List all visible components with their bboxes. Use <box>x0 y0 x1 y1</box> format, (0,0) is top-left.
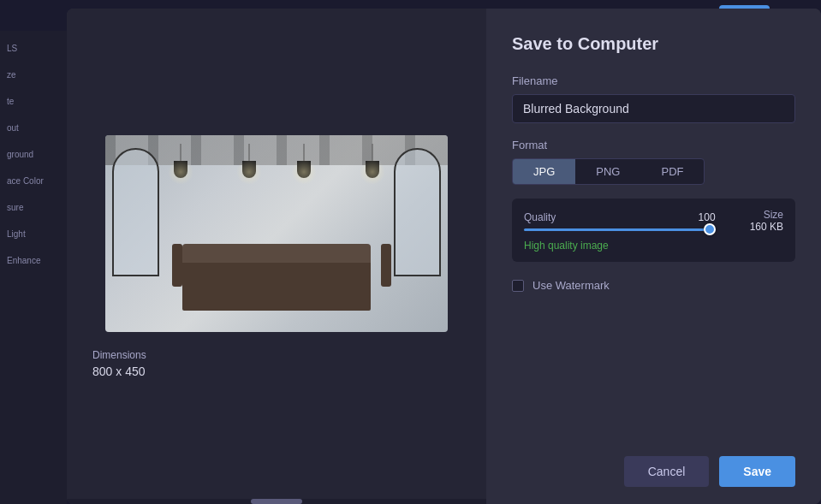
sidebar-item-ze[interactable]: ze <box>0 62 67 88</box>
spacer <box>512 302 795 456</box>
watermark-label: Use Watermark <box>532 279 610 292</box>
format-label: Format <box>512 139 795 151</box>
modal-title: Save to Computer <box>512 34 795 54</box>
lamp-2 <box>242 161 256 178</box>
lamp-1 <box>174 161 187 178</box>
size-label: Size <box>750 209 783 221</box>
quality-text: High quality image <box>524 240 783 252</box>
save-button[interactable]: Save <box>719 456 795 487</box>
sidebar-item-background[interactable]: ground <box>0 141 67 168</box>
preview-scrollbar[interactable] <box>67 499 486 504</box>
filename-label: Filename <box>512 74 795 87</box>
window-right <box>394 148 441 276</box>
sidebar: DLX LS ze te out ground ace Color sure L… <box>0 0 67 504</box>
format-selector: JPG PNG PDF <box>512 158 705 185</box>
window-left <box>112 148 159 276</box>
dimensions-value: 800 x 450 <box>92 365 461 378</box>
sidebar-item-ace-color[interactable]: ace Color <box>0 168 67 194</box>
scrollbar-thumb <box>251 499 302 504</box>
quality-value: 100 <box>699 211 716 223</box>
format-pdf-button[interactable]: PDF <box>640 159 704 184</box>
sidebar-item-light[interactable]: Light <box>0 221 67 247</box>
format-jpg-button[interactable]: JPG <box>513 159 575 184</box>
action-buttons: Cancel Save <box>512 456 795 487</box>
quality-row: Quality 100 Size 160 KB <box>524 209 783 233</box>
size-value: 160 KB <box>750 221 783 233</box>
save-dialog: Dimensions 800 x 450 Save to Computer Fi… <box>67 9 821 504</box>
lamp-3 <box>366 161 379 178</box>
save-panel: Save to Computer Filename Format JPG PNG… <box>486 9 821 504</box>
quality-section: Quality 100 <box>524 211 716 231</box>
sidebar-item-enhance[interactable]: Enhance <box>0 247 67 274</box>
sidebar-item-ls[interactable]: LS <box>0 35 67 62</box>
sidebar-item-out[interactable]: out <box>0 115 67 141</box>
lamp-4 <box>297 161 311 178</box>
watermark-row: Use Watermark <box>512 279 795 292</box>
sofa <box>182 259 371 311</box>
cancel-button[interactable]: Cancel <box>624 456 710 487</box>
watermark-checkbox[interactable] <box>512 280 524 292</box>
sidebar-item-te[interactable]: te <box>0 88 67 115</box>
sidebar-item-sure[interactable]: sure <box>0 194 67 221</box>
quality-slider[interactable] <box>524 228 716 231</box>
format-png-button[interactable]: PNG <box>575 159 640 184</box>
quality-size-section: Quality 100 Size 160 KB High quality ima… <box>512 199 795 262</box>
preview-image <box>105 135 448 332</box>
filename-input[interactable] <box>512 94 795 123</box>
preview-panel: Dimensions 800 x 450 <box>67 9 486 504</box>
dimensions-label: Dimensions <box>92 349 461 361</box>
preview-image-container <box>105 135 448 332</box>
size-section: Size 160 KB <box>750 209 783 233</box>
quality-label: Quality <box>524 211 556 223</box>
preview-info: Dimensions 800 x 450 <box>84 349 469 378</box>
